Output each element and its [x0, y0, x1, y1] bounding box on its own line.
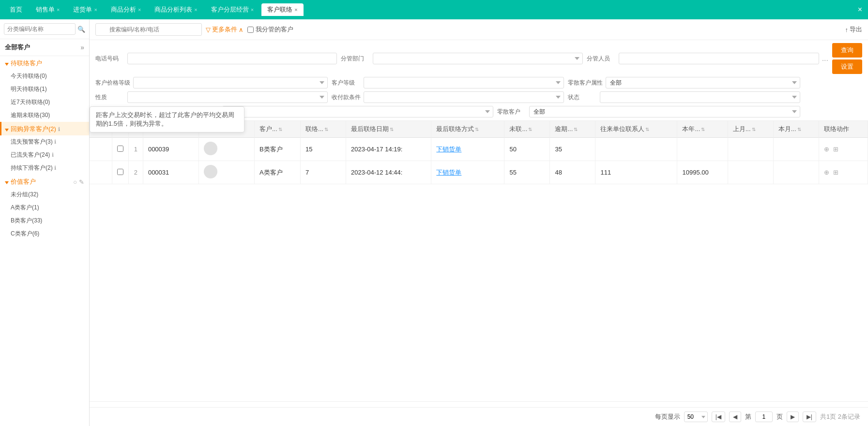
row1-grid-icon[interactable]: ⊞ [833, 146, 838, 153]
sidebar-item-class-a[interactable]: A类客户(1) [0, 201, 89, 214]
next-page-btn[interactable]: ▶ [787, 411, 799, 422]
sidebar-collapse-btn[interactable]: » [80, 44, 84, 51]
row2-class: A类客户 [254, 161, 300, 184]
nav-tab-purchase[interactable]: 进货单 × [67, 3, 103, 16]
filter-payment-select[interactable] [364, 91, 564, 103]
filter-status-label: 状态 [568, 93, 597, 102]
row2-overdue: 48 [550, 161, 595, 184]
sidebar-item-overdue[interactable]: 逾期未联络(30) [0, 109, 89, 122]
settings-btn[interactable]: 设置 [832, 59, 862, 74]
my-customers-checkbox[interactable] [247, 27, 254, 33]
filter-price-level: 客户价格等级 [95, 77, 328, 88]
col-uncontacted: 未联...⇅ [504, 121, 550, 138]
sidebar-section-pending[interactable]: 待联络客户 [0, 56, 89, 70]
filter-icon: ▽ [206, 26, 211, 33]
nav-tab-customer-tier[interactable]: 客户分层经营 × [205, 3, 259, 16]
nav-tab-customer-contact[interactable]: 客户联络 × [261, 3, 303, 16]
page-input[interactable] [755, 411, 773, 422]
row1-link-icon[interactable]: ⊕ [824, 146, 829, 153]
filter-dept-select[interactable] [373, 53, 582, 64]
sidebar-item-churned[interactable]: 已流失客户(24) ℹ [0, 148, 89, 162]
sort-class-icon[interactable]: ⇅ [278, 127, 282, 132]
row1-class: B类客户 [254, 138, 300, 161]
filter-row-3: 性质 收付款条件 状态 [95, 91, 862, 103]
sort-this-month-icon[interactable]: ⇅ [797, 127, 801, 132]
page-label: 第 [745, 412, 751, 421]
row1-settings [90, 138, 112, 161]
nav-tab-analysis[interactable]: 商品分析 × [105, 3, 147, 16]
per-page-label: 每页显示 [655, 412, 680, 421]
row2-action: ⊕ ⊞ [819, 161, 868, 184]
close-sales-tab[interactable]: × [57, 7, 60, 13]
page-size-select[interactable]: 10 20 50 100 [684, 411, 708, 422]
prev-page-btn[interactable]: ◀ [729, 411, 741, 422]
row2-last-date: 2023-04-12 14:44: [346, 161, 431, 184]
filter-phone-label: 电话号码 [95, 55, 124, 63]
nav-tab-analysis-list[interactable]: 商品分析列表 × [149, 3, 203, 16]
close-customer-contact-tab[interactable]: × [294, 7, 297, 13]
filter-person-label: 分管人员 [587, 55, 616, 63]
row1-this-year [677, 138, 728, 161]
close-all-tabs[interactable]: × [858, 5, 862, 14]
filter-bar-top: 🔍 ▽ 更多条件 ∧ 我分管的客户 ↑ 导出 [90, 19, 868, 40]
close-analysis-list-tab[interactable]: × [194, 7, 197, 13]
sidebar-search-input[interactable] [4, 23, 76, 35]
sidebar-all-customers[interactable]: 全部客户 » [0, 39, 89, 56]
settings-icon[interactable]: ✎ [79, 178, 84, 186]
total-records: 共1页 2条记录 [820, 412, 860, 421]
sort-overdue-icon[interactable]: ⇅ [574, 127, 578, 132]
more-conditions-btn[interactable]: ▽ 更多条件 ∧ [206, 25, 244, 34]
sidebar-section-value-customers[interactable]: 价值客户 ○ ✎ [0, 175, 89, 188]
dots-btn[interactable]: ... [822, 54, 828, 63]
filter-customer-type-select[interactable] [222, 106, 493, 118]
sort-date-icon[interactable]: ⇅ [390, 127, 394, 132]
sort-contact-icon[interactable]: ⇅ [324, 127, 328, 132]
sidebar-search-icon[interactable]: 🔍 [77, 26, 85, 33]
sort-uncontacted-icon[interactable]: ⇅ [528, 127, 532, 132]
sidebar-item-today[interactable]: 今天待联络(0) [0, 70, 89, 83]
close-purchase-tab[interactable]: × [94, 7, 97, 13]
export-btn[interactable]: ↑ 导出 [845, 25, 863, 34]
edit-icon[interactable]: ○ [73, 178, 77, 186]
search-input[interactable] [95, 23, 202, 36]
sidebar-item-class-c[interactable]: C类客户(6) [0, 227, 89, 240]
close-analysis-tab[interactable]: × [138, 7, 141, 13]
sidebar-item-ungrouped[interactable]: 未分组(32) [0, 188, 89, 201]
sidebar-item-churn-warning[interactable]: 流失预警客户(3) ℹ [0, 135, 89, 148]
last-page-btn[interactable]: ▶| [803, 411, 816, 422]
horizontal-scroll[interactable] [90, 401, 868, 407]
row2-grid-icon[interactable]: ⊞ [833, 169, 838, 176]
filter-phone-input[interactable] [127, 53, 337, 64]
filter-person-input[interactable] [619, 53, 819, 64]
nav-tab-sales[interactable]: 销售单 × [30, 3, 65, 16]
row2-method-link[interactable]: 下销货单 [436, 169, 461, 176]
sidebar-section-repurchase-anomaly[interactable]: 回购异常客户(2) ℹ [0, 122, 89, 135]
nav-tab-home[interactable]: 首页 [4, 3, 28, 16]
query-btn[interactable]: 查询 [832, 43, 862, 58]
sort-method-icon[interactable]: ⇅ [475, 127, 479, 132]
filter-nature-select[interactable] [127, 91, 328, 103]
row1-check[interactable] [117, 146, 123, 152]
sidebar-item-declining[interactable]: 持续下滑客户(2) ℹ [0, 162, 89, 175]
filter-status-select[interactable] [600, 91, 800, 103]
col-this-month: 本月...⇅ [773, 121, 819, 138]
filter-price-level-select[interactable] [133, 77, 328, 88]
row1-method-link[interactable]: 下销货单 [436, 146, 461, 153]
row2-link-icon[interactable]: ⊕ [824, 169, 829, 176]
sidebar-item-tomorrow[interactable]: 明天待联络(1) [0, 83, 89, 96]
sidebar-item-7days[interactable]: 近7天待联络(0) [0, 96, 89, 109]
row1-this-month [773, 138, 819, 161]
row2-check[interactable] [117, 169, 123, 175]
close-customer-tier-tab[interactable]: × [251, 7, 254, 13]
sort-partner-icon[interactable]: ⇅ [645, 127, 649, 132]
filter-retail-attr-select[interactable]: 全部 [606, 77, 800, 88]
sidebar: 🔍 全部客户 » 待联络客户 今天待联络(0) 明天待联络(1) 近7天待联络(… [0, 19, 90, 426]
sort-last-month-icon[interactable]: ⇅ [752, 127, 756, 132]
filter-retail-customer-select[interactable]: 全部 [529, 106, 800, 118]
row2-code: 000031 [143, 161, 198, 184]
row2-avatar [204, 165, 217, 178]
first-page-btn[interactable]: |◀ [712, 411, 725, 422]
sort-this-year-icon[interactable]: ⇅ [701, 127, 705, 132]
sidebar-item-class-b[interactable]: B类客户(33) [0, 214, 89, 227]
filter-customer-level-select[interactable] [364, 77, 564, 88]
